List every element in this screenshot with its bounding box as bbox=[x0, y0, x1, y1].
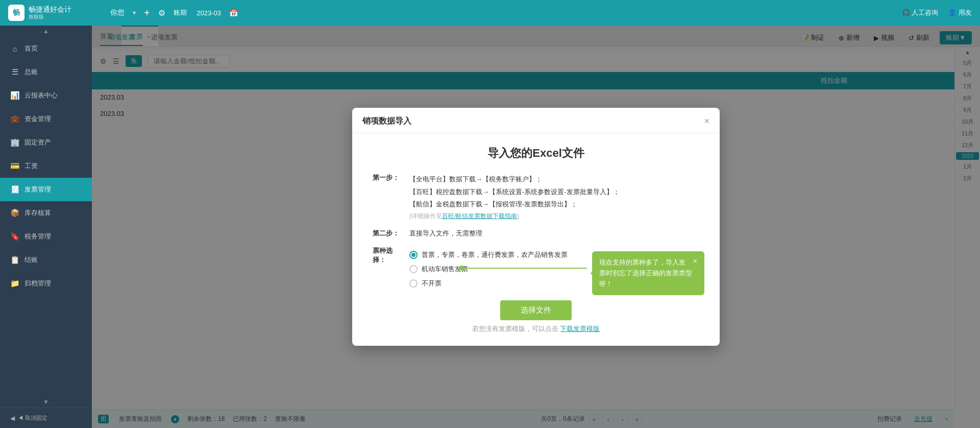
footer-text: 若您没有发票模版，可以点击 bbox=[472, 325, 558, 332]
sidebar-label-home: 首页 bbox=[24, 44, 38, 53]
add-button[interactable]: + bbox=[144, 7, 150, 19]
settings-icon[interactable]: ⚙ bbox=[158, 8, 165, 18]
step2-label: 第二步： bbox=[373, 229, 403, 238]
header-right: 🎧 人工咨询 👤 用友 bbox=[902, 8, 972, 17]
tooltip-line bbox=[464, 268, 587, 269]
general-icon: ☰ bbox=[10, 67, 19, 77]
archive-icon: 📁 bbox=[10, 279, 19, 288]
main-layout: ▲ ⌂ 首页 ☰ 总账 📊 云报表中心 💼 资金管理 🏢 固定资产 bbox=[0, 26, 980, 428]
tooltip-text: 现在支持的票种多了，导入发票时别忘了选择正确的发票类型呀！ bbox=[599, 258, 692, 288]
sidebar-item-payroll[interactable]: 💳 工资 bbox=[0, 154, 92, 178]
step1-section: 第一步： 【全电平台】数据下载→【税务数字账户】； 【百旺】税控盘数据下载→【系… bbox=[373, 173, 699, 221]
sidebar-item-archive[interactable]: 📁 归档管理 bbox=[0, 272, 92, 295]
modal-header: 销项数据导入 × bbox=[352, 108, 720, 133]
calendar-icon[interactable]: 📅 bbox=[229, 9, 238, 17]
download-template-link[interactable]: 下载发票模版 bbox=[560, 325, 600, 332]
step2-text: 直接导入文件，无需整理 bbox=[409, 229, 482, 238]
sidebar: ▲ ⌂ 首页 ☰ 总账 📊 云报表中心 💼 资金管理 🏢 固定资产 bbox=[0, 26, 92, 428]
step1-line2: 【百旺】税控盘数据下载→【系统设置-系统参数设置-发票批量导入】； bbox=[409, 186, 620, 199]
sidebar-label-inventory: 库存核算 bbox=[24, 208, 51, 218]
settlement-icon: 📋 bbox=[10, 255, 19, 265]
sidebar-label-report: 云报表中心 bbox=[24, 91, 58, 100]
step1-row: 第一步： 【全电平台】数据下载→【税务数字账户】； 【百旺】税控盘数据下载→【系… bbox=[373, 173, 699, 221]
modal-backdrop: 销项数据导入 × 导入您的Excel文件 第一步： 【全电平台】数据下载→【税务… bbox=[92, 26, 980, 428]
radio-noticket-label: 不开票 bbox=[422, 279, 442, 288]
radio-normal[interactable]: 普票，专票，卷票，通行费发票，农产品销售发票 bbox=[409, 250, 568, 259]
modal-body: 导入您的Excel文件 第一步： 【全电平台】数据下载→【税务数字账户】； 【百… bbox=[352, 133, 720, 346]
sidebar-label-payroll: 工资 bbox=[24, 161, 38, 171]
step1-hint: (详细操作见百旺/航信发票数据下载指南) bbox=[409, 212, 620, 221]
sidebar-item-inventory[interactable]: 📦 库存核算 bbox=[0, 201, 92, 225]
tooltip-wrapper: × 现在支持的票种多了，导入发票时别忘了选择正确的发票类型呀！ bbox=[592, 251, 704, 295]
logo-area: 畅 畅捷通好会计 旗舰版 bbox=[8, 5, 100, 21]
select-file-button[interactable]: 选择文件 bbox=[500, 300, 572, 320]
logo-subtitle: 旗舰版 bbox=[29, 13, 71, 20]
sidebar-label-assets: 固定资产 bbox=[24, 138, 51, 147]
radio-motor-circle bbox=[409, 265, 418, 273]
radio-normal-circle bbox=[409, 251, 418, 259]
radio-motor[interactable]: 机动车销售发票 bbox=[409, 265, 568, 274]
step1-hint-pre: (详细操作见 bbox=[409, 212, 442, 220]
sidebar-item-general[interactable]: ☰ 总账 bbox=[0, 60, 92, 84]
sidebar-item-home[interactable]: ⌂ 首页 bbox=[0, 37, 92, 60]
step2-section: 第二步： 直接导入文件，无需整理 bbox=[373, 229, 699, 238]
unpin-label: ◀ 取消固定 bbox=[18, 414, 47, 422]
tax-icon: 🔖 bbox=[10, 232, 19, 241]
sidebar-nav: ⌂ 首页 ☰ 总账 📊 云报表中心 💼 资金管理 🏢 固定资产 💳 工资 bbox=[0, 37, 92, 396]
period-value[interactable]: 2023-03 bbox=[197, 9, 221, 17]
company-dropdown-icon[interactable]: ▾ bbox=[133, 9, 136, 16]
sidebar-label-tax: 税务管理 bbox=[24, 232, 51, 241]
invoice-page: 销项发票 进项发票 📝 制证 ⊕ 新增 ▶ bbox=[92, 26, 980, 428]
finance-icon: 💼 bbox=[10, 114, 19, 124]
step1-label: 第一步： bbox=[373, 173, 403, 182]
company-name[interactable]: 你您 bbox=[110, 8, 125, 17]
import-modal: 销项数据导入 × 导入您的Excel文件 第一步： 【全电平台】数据下载→【税务… bbox=[352, 108, 720, 346]
step1-content: 【全电平台】数据下载→【税务数字账户】； 【百旺】税控盘数据下载→【系统设置-系… bbox=[409, 173, 620, 221]
user-button[interactable]: 👤 用友 bbox=[948, 8, 972, 17]
tooltip-container: × 现在支持的票种多了，导入发票时别忘了选择正确的发票类型呀！ bbox=[592, 251, 704, 295]
logo-icon: 畅 bbox=[8, 5, 24, 21]
sidebar-item-finance[interactable]: 💼 资金管理 bbox=[0, 107, 92, 131]
step1-link[interactable]: 百旺/航信发票数据下载指南 bbox=[442, 212, 517, 220]
radio-noticket-circle bbox=[409, 279, 418, 288]
report-icon: 📊 bbox=[10, 91, 19, 100]
tooltip-arrow bbox=[588, 271, 593, 276]
select-file-area: 选择文件 bbox=[373, 300, 699, 320]
radio-normal-label: 普票，专票，卷票，通行费发票，农产品销售发票 bbox=[422, 250, 568, 259]
step1-line1: 【全电平台】数据下载→【税务数字账户】； bbox=[409, 173, 620, 186]
sidebar-label-archive: 归档管理 bbox=[24, 279, 51, 288]
modal-footer: 若您没有发票模版，可以点击 下载发票模版 bbox=[373, 324, 699, 334]
sidebar-item-tax[interactable]: 🔖 税务管理 bbox=[0, 225, 92, 248]
inventory-icon: 📦 bbox=[10, 208, 19, 218]
top-header: 畅 畅捷通好会计 旗舰版 你您 ▾ + ⚙ 账期 2023-03 📅 🎧 人工咨… bbox=[0, 0, 980, 26]
sidebar-item-assets[interactable]: 🏢 固定资产 bbox=[0, 131, 92, 154]
sidebar-item-report[interactable]: 📊 云报表中心 bbox=[0, 84, 92, 107]
modal-big-title: 导入您的Excel文件 bbox=[373, 146, 699, 161]
sidebar-label-settlement: 结账 bbox=[24, 255, 38, 265]
radio-group: 普票，专票，卷票，通行费发票，农产品销售发票 机动车销售发票 不开票 bbox=[409, 250, 568, 288]
logo-title: 畅捷通好会计 bbox=[29, 5, 71, 14]
sidebar-unpin-button[interactable]: ◀ ◀ 取消固定 bbox=[0, 408, 92, 428]
modal-title: 销项数据导入 bbox=[362, 116, 411, 127]
tooltip-bubble: × 现在支持的票种多了，导入发票时别忘了选择正确的发票类型呀！ bbox=[592, 251, 704, 295]
ticket-label: 票种选择： bbox=[373, 246, 403, 265]
assets-icon: 🏢 bbox=[10, 138, 19, 147]
tooltip-close-btn[interactable]: × bbox=[693, 257, 697, 265]
sidebar-label-general: 总账 bbox=[24, 67, 38, 77]
step2-row: 第二步： 直接导入文件，无需整理 bbox=[373, 229, 699, 238]
sidebar-label-invoice: 发票管理 bbox=[24, 185, 51, 194]
home-icon: ⌂ bbox=[10, 44, 19, 53]
modal-close-button[interactable]: × bbox=[704, 116, 709, 126]
unpin-icon: ◀ bbox=[10, 415, 15, 422]
step1-hint-post: ) bbox=[517, 212, 519, 220]
payroll-icon: 💳 bbox=[10, 161, 19, 171]
period-label: 账期 bbox=[174, 8, 189, 17]
sidebar-item-settlement[interactable]: 📋 结账 bbox=[0, 248, 92, 272]
sidebar-scroll-up[interactable]: ▲ bbox=[0, 26, 92, 37]
service-button[interactable]: 🎧 人工咨询 bbox=[902, 8, 939, 17]
sidebar-item-invoice[interactable]: 🧾 发票管理 bbox=[0, 178, 92, 201]
sidebar-scroll-down[interactable]: ▼ bbox=[0, 396, 92, 408]
radio-no-ticket[interactable]: 不开票 bbox=[409, 279, 568, 288]
header-center: 你您 ▾ + ⚙ 账期 2023-03 📅 bbox=[100, 7, 902, 19]
ticket-section: 票种选择： 普票，专票，卷票，通行费发票，农产品销售发票 bbox=[373, 246, 699, 288]
